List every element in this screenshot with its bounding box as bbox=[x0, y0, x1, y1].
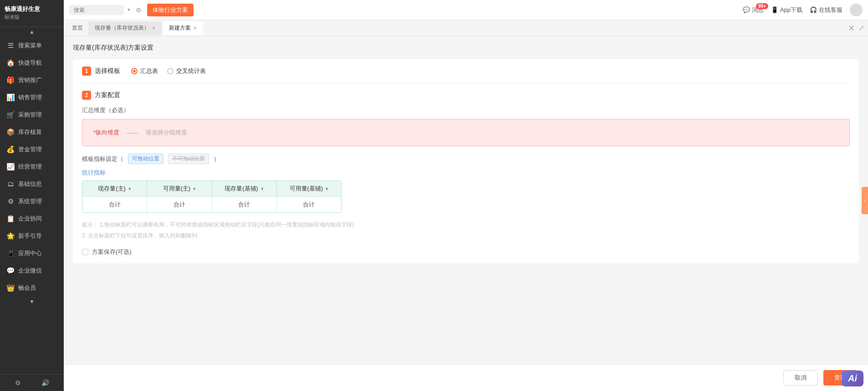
avatar[interactable] bbox=[850, 4, 863, 16]
app-icon: 📱 bbox=[6, 249, 15, 257]
sidebar-item-search-menu[interactable]: ☰ 搜索菜单 bbox=[0, 37, 64, 54]
stats-table: 现存量(主) ▾ 可用量(主) ▾ 现存量(基辅) ▾ 可用量(基辅) bbox=[82, 180, 342, 213]
dialog-expand-button[interactable]: ⤢ bbox=[858, 24, 864, 32]
step1-title: 选择模板 bbox=[95, 67, 120, 75]
chart-icon: 📊 bbox=[6, 93, 15, 102]
money-icon: 💰 bbox=[6, 145, 15, 154]
col-current-main[interactable]: 现存量(主) ▾ bbox=[82, 181, 147, 196]
right-panel-toggle[interactable]: ‹ bbox=[862, 187, 868, 214]
folder-icon: 🗂 bbox=[6, 180, 15, 188]
sidebar-item-newbie[interactable]: 🌟 新手引导 bbox=[0, 227, 64, 245]
app-download-btn[interactable]: 📱 App下载 bbox=[771, 6, 802, 14]
template-radio-group: 汇总表 交叉统计表 bbox=[131, 67, 206, 75]
trend-icon: 📈 bbox=[6, 163, 15, 171]
sound-icon[interactable]: 🔊 bbox=[41, 379, 49, 386]
col3-chevron-icon[interactable]: ▾ bbox=[326, 186, 328, 192]
sidebar-scroll-up[interactable]: ▲ bbox=[0, 27, 64, 37]
settings-gear-icon[interactable]: ⚙ bbox=[136, 6, 142, 14]
col0-chevron-icon[interactable]: ▾ bbox=[128, 186, 131, 192]
dimension-area: *纵向维度 —— 请选择分组维度 bbox=[82, 119, 850, 146]
gift-icon: 🎁 bbox=[6, 76, 15, 84]
cell-1: 合计 bbox=[147, 197, 212, 212]
content-area: 现存量(库存状况表)方案设置 1 选择模板 汇总表 交叉统计表 bbox=[64, 36, 868, 364]
settings-icon[interactable]: ⚙ bbox=[15, 379, 21, 386]
wechat-icon: 💬 bbox=[6, 267, 15, 275]
drag-badge: 可拖动位置 bbox=[128, 154, 163, 164]
tab-new-plan[interactable]: 新建方案 × bbox=[163, 21, 203, 35]
step2-number: 2 bbox=[82, 91, 91, 100]
radio-summary-circle bbox=[131, 68, 138, 74]
message-btn[interactable]: 💬 消息 99+ bbox=[743, 6, 764, 14]
cell-0: 合计 bbox=[82, 197, 147, 212]
home-icon: 🏠 bbox=[6, 59, 15, 67]
sidebar-item-member[interactable]: 👑 畅会员 bbox=[0, 279, 64, 297]
headset-icon: 🎧 bbox=[810, 6, 817, 13]
online-service-btn[interactable]: 🎧 在线客服 bbox=[810, 6, 842, 14]
dimension-dash: —— bbox=[127, 129, 138, 136]
search-menu-icon: ☰ bbox=[6, 41, 15, 50]
dialog-controls: ✕ ⤢ bbox=[848, 23, 864, 33]
sidebar-bottom: ⚙ 🔊 bbox=[0, 374, 64, 391]
sidebar-item-sales[interactable]: 📊 销售管理 bbox=[0, 89, 64, 106]
cancel-button[interactable]: 取消 bbox=[783, 370, 818, 386]
section-divider-1 bbox=[82, 83, 850, 83]
step1-header: 1 选择模板 汇总表 交叉统计表 bbox=[82, 67, 850, 76]
sidebar-scroll-down[interactable]: ▼ bbox=[0, 297, 64, 307]
radio-cross[interactable]: 交叉统计表 bbox=[167, 67, 206, 75]
topbar-right: 💬 消息 99+ 📱 App下载 🎧 在线客服 bbox=[743, 4, 863, 16]
cell-2: 合计 bbox=[212, 197, 277, 212]
step2-title: 方案配置 bbox=[95, 91, 120, 99]
message-badge: 99+ bbox=[756, 3, 768, 9]
search-input[interactable] bbox=[69, 5, 124, 15]
col-available-main[interactable]: 可用量(主) ▾ bbox=[147, 181, 212, 196]
tab1-close-icon[interactable]: × bbox=[152, 25, 155, 31]
stats-section-title: 统计指标 bbox=[82, 169, 850, 177]
save-label: 方案保存(可选) bbox=[92, 248, 132, 256]
sidebar-item-system[interactable]: ⚙ 系统管理 bbox=[0, 193, 64, 210]
sidebar-item-operations[interactable]: 📈 经营管理 bbox=[0, 158, 64, 175]
stats-table-row: 合计 合计 合计 合计 bbox=[82, 196, 341, 212]
no-drag-badge: 不可拖动位置 bbox=[168, 154, 209, 164]
step1-number: 1 bbox=[82, 67, 91, 76]
ai-badge[interactable]: Ai bbox=[842, 370, 863, 386]
sidebar-item-contracts[interactable]: 📋 企业协同 bbox=[0, 210, 64, 227]
hints-area: 提示： 1.拖动标题栏可以调整布局，不可跨维度或指标区域拖动栏目字段(只能在同一… bbox=[82, 220, 850, 241]
sidebar-item-app-center[interactable]: 📱 应用中心 bbox=[0, 245, 64, 262]
dialog-close-button[interactable]: ✕ bbox=[848, 23, 855, 33]
step2-header: 2 方案配置 bbox=[82, 91, 850, 100]
sidebar-item-purchase[interactable]: 🛒 采购管理 bbox=[0, 106, 64, 123]
sidebar-item-basic-info[interactable]: 🗂 基础信息 bbox=[0, 175, 64, 193]
stats-table-header: 现存量(主) ▾ 可用量(主) ▾ 现存量(基辅) ▾ 可用量(基辅) bbox=[82, 181, 341, 196]
box-icon: 📦 bbox=[6, 128, 15, 136]
col-available-aux[interactable]: 可用量(基辅) ▾ bbox=[277, 181, 341, 196]
radio-cross-circle bbox=[167, 68, 174, 74]
sidebar-item-finance[interactable]: 💰 资金管理 bbox=[0, 141, 64, 158]
sidebar: 畅康通好生意 标准版 ▲ ☰ 搜索菜单 🏠 快捷导航 🎁 营销推广 📊 销售管理… bbox=[0, 0, 64, 391]
search-dropdown-icon[interactable]: ▾ bbox=[128, 7, 130, 13]
app-logo: 畅康通好生意 标准版 bbox=[0, 0, 64, 27]
trial-button[interactable]: 体验行业方案 bbox=[147, 4, 194, 16]
indicator-settings: 模板指标设定（ 可拖动位置 不可拖动位置 ） 统计指标 现存量(主) ▾ 可用量… bbox=[82, 154, 850, 213]
sidebar-item-inventory[interactable]: 📦 库存核算 bbox=[0, 123, 64, 141]
gear-icon: ⚙ bbox=[6, 197, 15, 206]
dimension-placeholder: 请选择分组维度 bbox=[146, 129, 187, 137]
sidebar-item-quick-nav[interactable]: 🏠 快捷导航 bbox=[0, 54, 64, 72]
save-checkbox[interactable] bbox=[82, 249, 88, 255]
indicator-settings-label: 模板指标设定（ 可拖动位置 不可拖动位置 ） bbox=[82, 154, 850, 164]
col1-chevron-icon[interactable]: ▾ bbox=[193, 186, 196, 192]
radio-summary[interactable]: 汇总表 bbox=[131, 67, 158, 75]
cell-3: 合计 bbox=[277, 197, 341, 212]
star-icon: 🌟 bbox=[6, 232, 15, 240]
page-title: 现存量(库存状况表)方案设置 bbox=[73, 44, 859, 52]
dimension-row: *纵向维度 —— 请选择分组维度 bbox=[93, 129, 838, 137]
tab-inventory[interactable]: 现存量（库存状况表） × bbox=[88, 21, 162, 35]
sidebar-item-marketing[interactable]: 🎁 营销推广 bbox=[0, 72, 64, 89]
col-current-aux[interactable]: 现存量(基辅) ▾ bbox=[212, 181, 277, 196]
cart-icon: 🛒 bbox=[6, 111, 15, 119]
tab-home[interactable]: 首页 bbox=[67, 21, 87, 35]
sidebar-item-wechat[interactable]: 💬 企业微信 bbox=[0, 262, 64, 279]
tabs-bar: 首页 现存量（库存状况表） × 新建方案 × ✕ ⤢ bbox=[64, 20, 868, 36]
settings-card: 1 选择模板 汇总表 交叉统计表 2 方案配置 bbox=[73, 59, 859, 263]
tab2-close-icon[interactable]: × bbox=[194, 25, 197, 31]
col2-chevron-icon[interactable]: ▾ bbox=[261, 186, 264, 192]
